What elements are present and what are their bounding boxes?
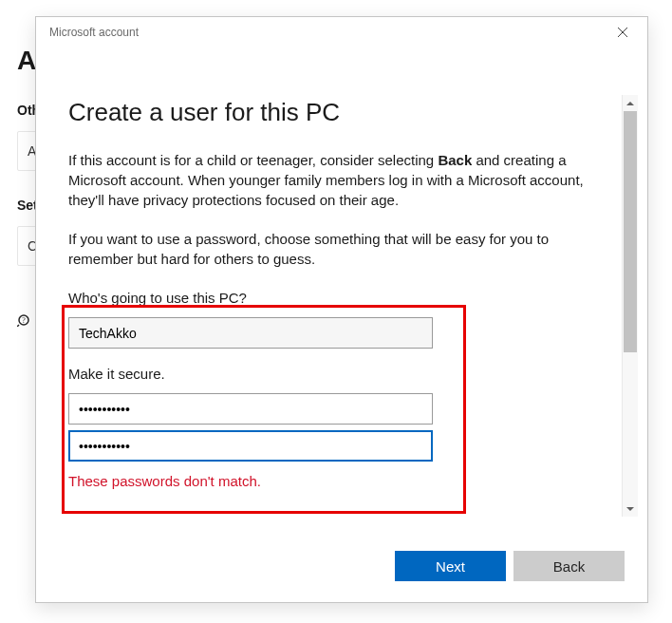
close-button[interactable]	[604, 19, 642, 46]
vertical-scrollbar[interactable]	[622, 95, 638, 517]
username-label: Who's going to use this PC?	[68, 288, 622, 308]
dialog-titlebar: Microsoft account	[36, 17, 647, 47]
confirm-password-input[interactable]	[68, 430, 433, 462]
dialog-body-wrap: Create a user for this PC If this accoun…	[36, 47, 647, 534]
para1-pre: If this account is for a child or teenag…	[68, 152, 438, 168]
password-section-label: Make it secure.	[68, 364, 622, 384]
back-button[interactable]: Back	[513, 551, 625, 581]
dialog-title: Microsoft account	[49, 26, 139, 39]
password-error-text: These passwords don't match.	[68, 471, 622, 491]
svg-text:?: ?	[22, 316, 26, 325]
password-input[interactable]	[68, 393, 433, 425]
chevron-down-icon	[626, 505, 634, 513]
intro-paragraph-1: If this account is for a child or teenag…	[68, 150, 600, 210]
close-icon	[618, 28, 627, 37]
para1-bold: Back	[438, 152, 472, 168]
scroll-up-button[interactable]	[623, 95, 638, 111]
intro-paragraph-2: If you want to use a password, choose so…	[68, 229, 600, 269]
next-button[interactable]: Next	[395, 551, 506, 581]
username-input[interactable]	[68, 317, 433, 349]
dialog-heading: Create a user for this PC	[68, 95, 622, 129]
scroll-thumb[interactable]	[624, 111, 637, 352]
dialog-body: Create a user for this PC If this accoun…	[36, 47, 622, 534]
scroll-track[interactable]	[623, 111, 638, 500]
microsoft-account-dialog: Microsoft account Create a user for this…	[35, 16, 648, 603]
chevron-up-icon	[626, 100, 634, 107]
help-icon: ?	[17, 313, 32, 330]
dialog-footer: Next Back	[36, 534, 647, 602]
scroll-down-button[interactable]	[623, 500, 638, 517]
